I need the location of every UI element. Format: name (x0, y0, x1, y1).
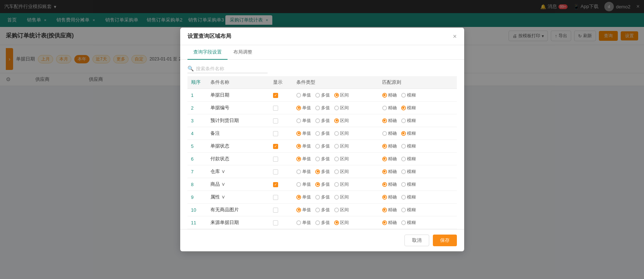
th-order: 顺序 (187, 76, 207, 86)
search-icon: 🔍 (187, 66, 194, 71)
dialog-body: 顺序 条件名称 显示 条件类型 匹配原则 1单据日期单值多值区间精确模糊2单据编… (180, 76, 464, 86)
dialog-tab-query[interactable]: 查询字段设置 (187, 45, 228, 60)
search-box: 🔍 (180, 60, 464, 76)
dialog-tabs: 查询字段设置 布局调整 (180, 45, 464, 60)
th-name: 条件名称 (207, 76, 269, 86)
th-type: 条件类型 (293, 76, 379, 86)
table-wrap: 顺序 条件名称 显示 条件类型 匹配原则 1单据日期单值多值区间精确模糊2单据编… (180, 76, 464, 86)
dialog-close-button[interactable]: × (453, 33, 457, 40)
dialog-title: 设置查询区域布局 (187, 33, 231, 40)
modal-overlay: 设置查询区域布局 × 查询字段设置 布局调整 🔍 顺序 条件名称 (0, 0, 644, 86)
dialog-tab-layout[interactable]: 布局调整 (228, 45, 258, 60)
search-input-wrap: 🔍 (187, 64, 268, 73)
conditions-table: 顺序 条件名称 显示 条件类型 匹配原则 1单据日期单值多值区间精确模糊2单据编… (187, 76, 457, 86)
dialog-header: 设置查询区域布局 × (180, 28, 464, 45)
th-show: 显示 (269, 76, 293, 86)
th-match: 匹配原则 (379, 76, 457, 86)
search-input[interactable] (196, 66, 261, 71)
dialog: 设置查询区域布局 × 查询字段设置 布局调整 🔍 顺序 条件名称 (180, 28, 464, 86)
